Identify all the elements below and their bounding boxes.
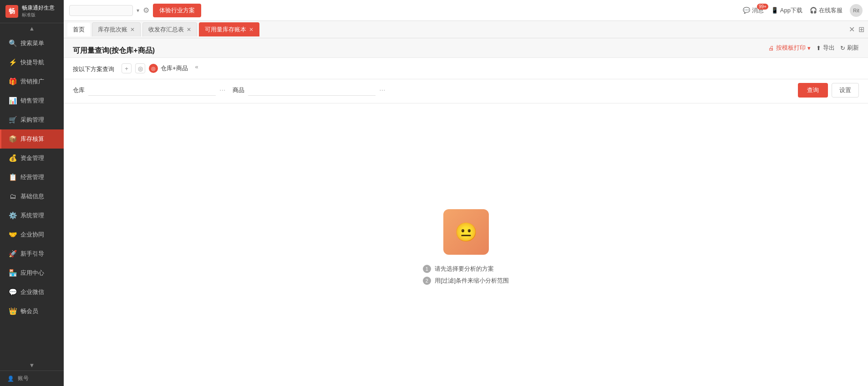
- export-button[interactable]: ⬆ 导出: [816, 44, 835, 52]
- logo-text-block: 畅康通好生意 标准版: [22, 5, 55, 18]
- empty-robot-icon: [443, 209, 489, 255]
- sidebar-scroll-up[interactable]: ▲: [0, 23, 64, 34]
- sidebar-item-search[interactable]: 🔍 搜索菜单: [0, 34, 64, 53]
- scheme-icon: ◎: [149, 64, 158, 73]
- main-area: ▾ ⚙ 体验行业方案 💬 消息 99+ 📱 App下载 🎧 在线客服 Rit: [64, 0, 868, 386]
- enterprise-icon: 🤝: [9, 231, 17, 239]
- logo-title: 畅康通好生意: [22, 5, 55, 12]
- tab-available[interactable]: 可用量库存账本 ✕: [199, 22, 259, 36]
- empty-state: 1 请先选择要分析的方案 2 用[过滤]条件来缩小分析范围: [64, 103, 868, 386]
- sidebar-item-operations[interactable]: 📋 经营管理: [0, 168, 64, 187]
- warehouse-field: 仓库 ···: [73, 85, 225, 96]
- sidebar-item-label: 新手引导: [20, 250, 44, 258]
- marketing-icon: 🎁: [9, 77, 17, 86]
- filter-schemes: + ◎ ◎ 仓库+商品: [122, 63, 188, 73]
- product-dots-button[interactable]: ···: [379, 86, 385, 94]
- tip-num-1: 1: [423, 265, 431, 273]
- logo-icon: 畅: [5, 5, 18, 18]
- sidebar-item-label: 资金管理: [20, 154, 44, 162]
- tab-batch-close[interactable]: ✕: [130, 26, 135, 33]
- user-avatar[interactable]: Rit: [850, 4, 863, 17]
- member-icon: 👑: [9, 307, 17, 315]
- sidebar-item-sales[interactable]: 📊 销售管理: [0, 91, 64, 110]
- sidebar-item-system[interactable]: ⚙️ 系统管理: [0, 206, 64, 225]
- empty-illustration: [439, 205, 493, 259]
- sidebar-item-inventory[interactable]: 📦 库存核算: [0, 129, 64, 149]
- maximize-tab-button[interactable]: ⊞: [858, 25, 864, 34]
- product-field: 商品 ···: [233, 85, 385, 96]
- empty-tips: 1 请先选择要分析的方案 2 用[过滤]条件来缩小分析范围: [423, 265, 509, 285]
- sidebar-item-finance[interactable]: 💰 资金管理: [0, 149, 64, 168]
- product-input[interactable]: [248, 85, 376, 96]
- topbar-gear-button[interactable]: ⚙: [143, 6, 149, 15]
- topbar-dropdown-button[interactable]: ▾: [137, 7, 139, 14]
- sidebar-item-label: 营销推广: [20, 77, 44, 86]
- filter-fields: 仓库 ··· 商品 ··· 查询 设置: [64, 79, 868, 103]
- message-icon: 💬: [743, 7, 750, 14]
- sidebar-item-label: 采购管理: [20, 116, 44, 124]
- query-button[interactable]: 查询: [798, 83, 828, 98]
- tab-summary-close[interactable]: ✕: [187, 26, 191, 33]
- sidebar-item-label: 畅会员: [20, 307, 38, 315]
- sidebar-item-shortcut[interactable]: ⚡ 快捷导航: [0, 53, 64, 72]
- window-controls: ✕ ⊞: [849, 25, 864, 34]
- sidebar-item-enterprise[interactable]: 🤝 企业协同: [0, 225, 64, 244]
- scheme-label: 仓库+商品: [161, 64, 188, 72]
- tab-batch[interactable]: 库存批次账 ✕: [92, 22, 141, 36]
- sidebar-item-label: 基础信息: [20, 192, 44, 201]
- add-scheme-button[interactable]: +: [122, 63, 132, 73]
- close-tab-button[interactable]: ✕: [849, 25, 855, 34]
- tab-available-label: 可用量库存账本: [205, 26, 246, 34]
- sidebar-item-newbie[interactable]: 🚀 新手引导: [0, 244, 64, 263]
- app-download-label: App下载: [780, 6, 802, 15]
- filter-actions: 查询 设置: [798, 83, 859, 98]
- trial-industry-button[interactable]: 体验行业方案: [153, 4, 201, 17]
- scheme-settings-button[interactable]: ◎: [135, 63, 145, 73]
- refresh-button[interactable]: ↻ 刷新: [840, 44, 859, 52]
- message-button[interactable]: 💬 消息 99+: [743, 6, 764, 15]
- app-download-button[interactable]: 📱 App下载: [771, 6, 802, 15]
- tip-text-1: 请先选择要分析的方案: [435, 265, 494, 273]
- tab-home[interactable]: 首页: [67, 23, 90, 36]
- sales-icon: 📊: [9, 97, 17, 105]
- topbar: ▾ ⚙ 体验行业方案 💬 消息 99+ 📱 App下载 🎧 在线客服 Rit: [64, 0, 868, 21]
- tab-summary[interactable]: 收发存汇总表 ✕: [142, 22, 197, 36]
- appstore-icon: 🏪: [9, 269, 17, 277]
- sidebar-item-label: 销售管理: [20, 97, 44, 105]
- sidebar-item-appstore[interactable]: 🏪 应用中心: [0, 263, 64, 283]
- topbar-search-input[interactable]: [69, 5, 133, 16]
- sidebar-item-label: 搜索菜单: [20, 39, 44, 47]
- sidebar-item-marketing[interactable]: 🎁 营销推广: [0, 72, 64, 91]
- settings-button[interactable]: 设置: [832, 83, 859, 98]
- tab-available-close[interactable]: ✕: [249, 26, 254, 33]
- export-icon: ⬆: [816, 45, 821, 51]
- sidebar-item-purchase[interactable]: 🛒 采购管理: [0, 110, 64, 129]
- filter-area: 按以下方案查询 + ◎ ◎ 仓库+商品 «: [64, 58, 868, 79]
- sidebar-bottom-icon: 👤: [7, 376, 14, 382]
- scheme-item-warehouse-product[interactable]: ◎ 仓库+商品: [149, 64, 188, 73]
- sidebar-scroll-down[interactable]: ▼: [0, 360, 64, 371]
- purchase-icon: 🛒: [9, 116, 17, 124]
- sidebar-nav: 🔍 搜索菜单 ⚡ 快捷导航 🎁 营销推广 📊 销售管理 🛒 采购管理 📦 库存核…: [0, 34, 64, 360]
- sidebar-item-member[interactable]: 👑 畅会员: [0, 302, 64, 321]
- sidebar-item-wechat[interactable]: 💬 企业微信: [0, 283, 64, 302]
- sidebar-bottom[interactable]: 👤 账号: [0, 371, 64, 386]
- filter-row: 按以下方案查询 + ◎ ◎ 仓库+商品 «: [73, 63, 859, 73]
- empty-tip-2: 2 用[过滤]条件来缩小分析范围: [423, 277, 509, 285]
- online-service-button[interactable]: 🎧 在线客服: [810, 6, 843, 15]
- filter-label: 按以下方案查询: [73, 65, 114, 73]
- warehouse-dots-button[interactable]: ···: [219, 86, 225, 94]
- newbie-icon: 🚀: [9, 250, 17, 258]
- tab-batch-label: 库存批次账: [98, 26, 127, 34]
- online-service-label: 在线客服: [819, 6, 843, 15]
- search-icon: 🔍: [9, 39, 17, 47]
- wechat-icon: 💬: [9, 288, 17, 296]
- content-area: 可用量查询(按仓库+商品) 🖨 按模板打印 ▾ ⬆ 导出 ↻ 刷新: [64, 38, 868, 386]
- page-header: 可用量查询(按仓库+商品) 🖨 按模板打印 ▾ ⬆ 导出 ↻ 刷新: [64, 38, 868, 58]
- warehouse-label: 仓库: [73, 86, 85, 94]
- template-print-button[interactable]: 🖨 按模板打印 ▾: [768, 44, 811, 52]
- sidebar-item-basics[interactable]: 🗂 基础信息: [0, 187, 64, 206]
- app-icon: 📱: [771, 7, 778, 14]
- warehouse-input[interactable]: [88, 85, 216, 96]
- collapse-button[interactable]: «: [195, 63, 198, 70]
